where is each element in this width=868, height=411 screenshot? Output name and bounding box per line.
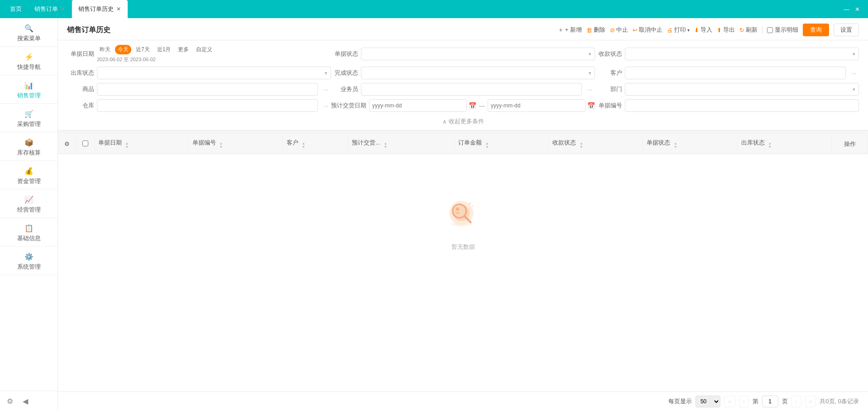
print-button[interactable]: 🖨 打印 ▾ (667, 26, 690, 34)
tab-home[interactable]: 首页 (4, 0, 28, 18)
th-date[interactable]: 单据日期 ▲▼ (94, 134, 188, 154)
order-no-input[interactable] (625, 99, 859, 112)
sidebar-item-search-menu[interactable]: 🔍 搜索菜单 (0, 18, 58, 47)
svg-point-5 (456, 208, 459, 211)
customer-more-icon[interactable]: ··· (849, 70, 859, 77)
salesperson-more-icon[interactable]: ··· (585, 86, 595, 93)
delivery-date-to-icon[interactable]: 📅 (587, 102, 595, 109)
shortcut-custom[interactable]: 自定义 (193, 45, 215, 54)
order-no-label: 单据编号 (595, 102, 622, 110)
shortcut-more[interactable]: 更多 (175, 45, 192, 54)
delivery-sort[interactable]: ▲▼ (384, 142, 388, 149)
operations-icon: 📈 (24, 195, 34, 204)
shortcut-last1m[interactable]: 近1月 (154, 45, 174, 54)
warehouse-input[interactable] (97, 99, 318, 112)
th-settings[interactable]: ⚙ (58, 134, 76, 154)
filter-dept: 部门 ▾ (595, 83, 859, 96)
goods-more-icon[interactable]: ··· (321, 86, 331, 93)
page-size-select[interactable]: 20 50 100 (695, 396, 720, 407)
refresh-button[interactable]: ↻ 刷新 (739, 26, 758, 34)
salesperson-input[interactable] (361, 83, 582, 96)
filter-salesperson: 业务员 ··· (331, 83, 595, 96)
sidebar-item-finance[interactable]: 💰 资金管理 (0, 161, 58, 189)
bill-status-select-wrapper: ▾ (361, 48, 595, 60)
bill-status-select[interactable] (361, 48, 595, 60)
first-page-button[interactable]: « (724, 396, 735, 407)
no-sort[interactable]: ▲▼ (219, 142, 223, 149)
setting-button[interactable]: 设置 (834, 24, 859, 36)
complete-status-select[interactable] (361, 67, 595, 79)
sidebar-settings-icon[interactable]: ⚙ (5, 396, 15, 406)
tab-sales-order[interactable]: 销售订单 ✕ (28, 0, 72, 18)
sidebar-item-base-info[interactable]: 📋 基础信息 (0, 218, 58, 247)
empty-state: 暂无数据 (58, 154, 868, 287)
receipt-sort[interactable]: ▲▼ (580, 142, 583, 149)
close-tab-sales-order-history[interactable]: ✕ (116, 6, 121, 12)
th-bill-status[interactable]: 单据状态 ▲▼ (643, 134, 737, 154)
delivery-date-to[interactable] (488, 99, 585, 112)
close-window-btn[interactable]: ✕ (855, 6, 860, 13)
dept-select[interactable] (625, 83, 859, 96)
customer-sort[interactable]: ▲▼ (302, 142, 306, 149)
shortcut-today[interactable]: 今天 (115, 45, 131, 54)
prev-page-button[interactable]: ‹ (739, 396, 749, 407)
shortcut-yesterday[interactable]: 昨天 (97, 45, 113, 54)
th-checkbox[interactable] (76, 134, 94, 154)
sidebar-item-sales-mgmt[interactable]: 📊 销售管理 (0, 75, 58, 104)
sidebar-item-operations[interactable]: 📈 经营管理 (0, 189, 58, 218)
delivery-date-from[interactable] (369, 99, 467, 112)
th-amount[interactable]: 订单金额 ▲▼ (455, 134, 549, 154)
sidebar-item-quick-nav[interactable]: ⚡ 快捷导航 (0, 47, 58, 75)
delivery-date-range: 📅 — 📅 (369, 99, 595, 112)
out-status-select[interactable] (97, 67, 331, 79)
delivery-date-from-icon[interactable]: 📅 (469, 102, 476, 109)
date-label: 单据日期 (67, 50, 94, 58)
system-icon: ⚙️ (24, 252, 34, 261)
top-right-actions: — ✕ (844, 6, 864, 13)
svg-point-8 (471, 201, 472, 202)
page-number-input[interactable] (762, 396, 778, 407)
out-status-label: 出库状态 (67, 69, 94, 77)
th-receipt-status[interactable]: 收款状态 ▲▼ (549, 134, 643, 154)
th-delivery-date[interactable]: 预计交货... ▲▼ (348, 134, 455, 154)
last-page-button[interactable]: » (805, 396, 816, 407)
bill-sort[interactable]: ▲▼ (674, 142, 677, 149)
sidebar-item-purchase-mgmt[interactable]: 🛒 采购管理 (0, 104, 58, 132)
sidebar-item-system[interactable]: ⚙️ 系统管理 (0, 247, 58, 275)
import-button[interactable]: ⬇ 导入 (694, 26, 712, 34)
close-tab-sales-order[interactable]: ✕ (61, 6, 65, 12)
amount-sort[interactable]: ▲▼ (485, 142, 489, 149)
display-columns-checkbox[interactable]: 显示明细 (767, 26, 798, 34)
date-sort[interactable]: ▲▼ (125, 142, 129, 149)
select-all-checkbox[interactable] (82, 140, 88, 146)
settings-icon[interactable]: ⚙ (64, 140, 70, 147)
print-icon: 🖨 (667, 27, 673, 34)
filter-delivery-date: 预计交货日期 📅 — 📅 (331, 99, 595, 112)
out-sort[interactable]: ▲▼ (768, 142, 772, 149)
display-columns-input[interactable] (767, 27, 773, 33)
filter-order-no: 单据编号 (595, 99, 859, 112)
query-button[interactable]: 查询 (803, 24, 829, 36)
filter-row-4: 仓库 ··· 预计交货日期 📅 — 📅 单据编号 (67, 99, 859, 112)
date-shortcut-group: 昨天 今天 近7天 近1月 更多 自定义 2023-06-02 至 2023-0… (97, 45, 215, 63)
th-no[interactable]: 单据编号 ▲▼ (188, 134, 283, 154)
goods-input[interactable] (97, 83, 318, 96)
collapse-link[interactable]: ∧ 收起更多条件 (67, 116, 859, 126)
cancel-stop-button[interactable]: ↩ 取消中止 (633, 26, 662, 34)
tab-sales-order-history[interactable]: 销售订单历史 ✕ (72, 0, 128, 18)
receipt-status-select[interactable] (625, 48, 859, 60)
stop-button[interactable]: ⊘ 中止 (610, 26, 628, 34)
th-customer[interactable]: 客户 ▲▼ (283, 134, 348, 154)
minimize-btn[interactable]: — (844, 6, 849, 13)
shortcut-last7[interactable]: 近7天 (133, 45, 153, 54)
sidebar-item-inventory[interactable]: 📦 库存核算 (0, 132, 58, 161)
delete-button[interactable]: 🗑 删除 (586, 26, 605, 34)
warehouse-more-icon[interactable]: ··· (321, 102, 331, 109)
new-button[interactable]: ＋ + 新增 (558, 26, 582, 34)
next-page-button[interactable]: › (791, 396, 801, 407)
th-out-status[interactable]: 出库状态 ▲▼ (737, 134, 831, 154)
sidebar-collapse-icon[interactable]: ◀ (20, 396, 31, 406)
customer-input[interactable] (625, 67, 846, 79)
purchase-mgmt-icon: 🛒 (24, 109, 34, 118)
export-button[interactable]: ⬆ 导出 (717, 26, 735, 34)
